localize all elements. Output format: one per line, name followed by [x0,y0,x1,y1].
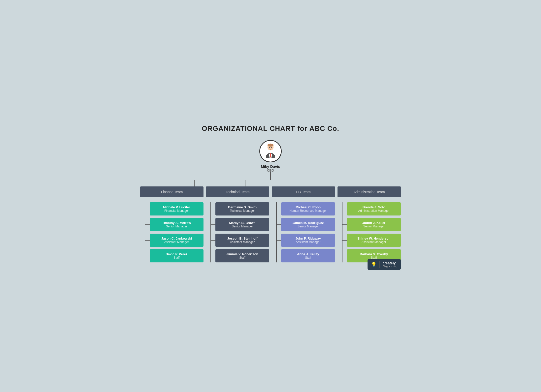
brand-divider [379,261,380,268]
table-row: James M. Rodriguez Senior Manager [277,218,335,231]
chart-container: ORGANIZATIONAL CHART for ABC Co. [135,117,406,275]
list-item: Marilyn B. Brown Senior Manager [215,218,269,231]
list-item: Jimmie V. Robertson Staff [215,249,269,262]
list-item: James M. Rodriguez Senior Manager [281,218,335,231]
table-row: Jason C. Jankowski Assistant Manager [145,234,203,247]
table-row: Judith J. Keller Senior Manager [342,218,401,231]
list-item: John P. Ridgway Assistant Manager [281,234,335,247]
team-down-lines [169,180,372,186]
list-item: David P. Perez Staff [150,249,203,262]
hr-team-column: HR Team Michael C. Roop Human Resources … [272,186,335,262]
list-item: Judith J. Keller Senior Manager [347,218,401,231]
list-item: Michael C. Roop Human Resources Manager [281,202,335,215]
brand-badge: 💡 creately Diagramming [368,259,401,270]
list-item: Shirley W. Henderson Assistant Manager [347,234,401,247]
hr-members-list: Michael C. Roop Human Resources Manager … [277,202,335,262]
ceo-role: CEO [267,169,274,172]
brand-sub: Diagramming [383,265,397,268]
ceo-section: Miky Davis CEO [140,140,401,172]
list-item: Timothy A. Merrow Senior Manager [150,218,203,231]
technical-team-column: Technical Team Germaine S. Smith Technic… [206,186,269,262]
svg-point-1 [268,143,274,146]
brand-name: creately [383,261,397,265]
technical-team-header: Technical Team [206,186,269,197]
admin-members-list: Brenda J. Soto Administration Manager Ju… [342,202,401,262]
table-row: David P. Perez Staff [145,249,203,262]
list-item: Jason C. Jankowski Assistant Manager [150,234,203,247]
admin-left-line [338,202,342,262]
ceo-down-line [270,172,271,180]
technical-members-list: Germaine S. Smith Technical Manager Mari… [211,202,269,262]
ceo-avatar [259,140,282,162]
list-item: Germaine S. Smith Technical Manager [215,202,269,215]
finance-left-line [140,202,145,262]
table-row: Shirley W. Henderson Assistant Manager [342,234,401,247]
finance-members-section: Michele P. Lucifer Financial Manager Tim… [140,202,203,262]
table-row: Germaine S. Smith Technical Manager [211,202,269,215]
finance-team-header: Finance Team [140,186,203,197]
table-row: John P. Ridgway Assistant Manager [277,234,335,247]
technical-members-section: Germaine S. Smith Technical Manager Mari… [206,202,269,262]
hr-left-line [272,202,277,262]
admin-team-header: Administration Team [338,186,401,197]
teams-row: Finance Team Michele P. Lucifer Financia… [140,186,401,262]
hr-team-header: HR Team [272,186,335,197]
list-item: Michele P. Lucifer Financial Manager [150,202,203,215]
list-item: Brenda J. Soto Administration Manager [347,202,401,215]
table-row: Anna J. Kelley Staff [277,249,335,262]
chart-title: ORGANIZATIONAL CHART for ABC Co. [140,125,401,133]
table-row: Michele P. Lucifer Financial Manager [145,202,203,215]
svg-point-2 [269,147,270,148]
hr-members-section: Michael C. Roop Human Resources Manager … [272,202,335,262]
table-row: Marilyn B. Brown Senior Manager [211,218,269,231]
table-row: Joseph B. Steinhoff Assistant Manager [211,234,269,247]
ceo-name: Miky Davis [261,164,280,169]
bulb-icon: 💡 [371,262,376,267]
table-row: Brenda J. Soto Administration Manager [342,202,401,215]
finance-team-column: Finance Team Michele P. Lucifer Financia… [140,186,203,262]
finance-members-list: Michele P. Lucifer Financial Manager Tim… [145,202,203,262]
svg-point-3 [271,147,272,148]
table-row: Timothy A. Merrow Senior Manager [145,218,203,231]
admin-members-section: Brenda J. Soto Administration Manager Ju… [338,202,401,262]
table-row: Jimmie V. Robertson Staff [211,249,269,262]
technical-left-line [206,202,211,262]
admin-team-column: Administration Team Brenda J. Soto Admin… [338,186,401,262]
table-row: Michael C. Roop Human Resources Manager [277,202,335,215]
list-item: Anna J. Kelley Staff [281,249,335,262]
list-item: Joseph B. Steinhoff Assistant Manager [215,234,269,247]
